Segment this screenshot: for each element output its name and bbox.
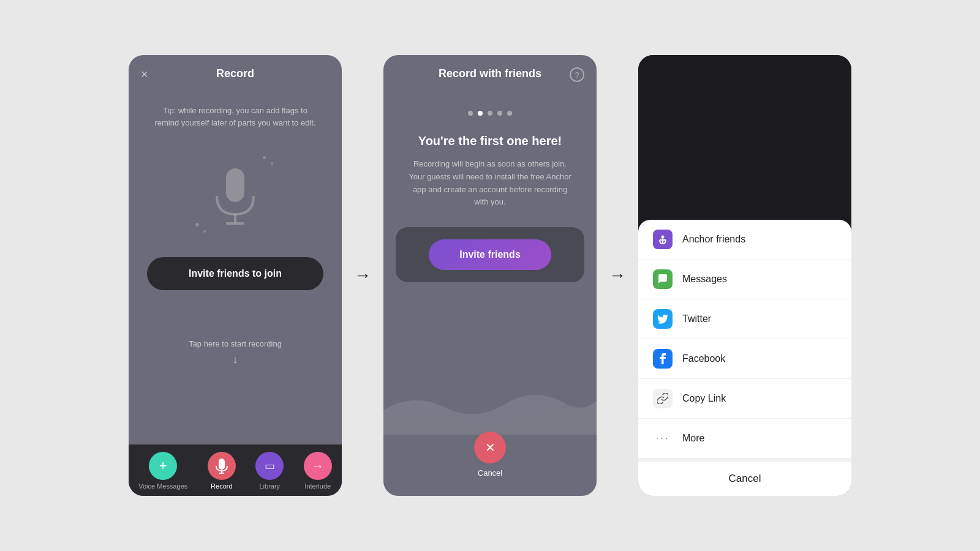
progress-dots — [383, 111, 597, 116]
nav-library[interactable]: ▭ Library — [255, 452, 284, 490]
screen2-header: Record with friends ? — [383, 55, 597, 86]
nav-voice-messages-label: Voice Messages — [138, 482, 187, 490]
deco-dot — [203, 230, 206, 233]
screen1-title: Record — [216, 67, 254, 80]
twitter-icon — [653, 309, 673, 329]
dot-2 — [478, 111, 483, 116]
library-icon: ▭ — [255, 452, 284, 480]
share-copy-link[interactable]: Copy Link — [638, 379, 851, 419]
record-icon — [208, 452, 236, 480]
nav-interlude[interactable]: → Interlude — [304, 452, 332, 490]
interlude-icon: → — [304, 452, 332, 480]
nav-record[interactable]: Record — [208, 452, 236, 490]
cancel-button-2[interactable]: ✕ — [474, 432, 506, 463]
screen-record: × Record Tip: while recording, you can a… — [129, 55, 342, 496]
wave-area — [383, 373, 597, 435]
main-layout: × Record Tip: while recording, you can a… — [61, 24, 919, 527]
share-sheet: Anchor friends Messages Twitter — [638, 220, 851, 496]
anchor-friends-icon — [653, 230, 673, 249]
dot-1 — [468, 111, 473, 116]
invite-area: Invite friends — [396, 227, 584, 282]
dot-4 — [497, 111, 502, 116]
dot-5 — [507, 111, 512, 116]
facebook-label: Facebook — [682, 353, 725, 364]
mic-background — [192, 153, 278, 239]
invite-friends-button-2[interactable]: Invite friends — [429, 239, 551, 270]
nav-interlude-label: Interlude — [304, 482, 331, 490]
cancel-button-3[interactable]: Cancel — [638, 458, 851, 496]
tap-hint-text: Tap here to start recording — [129, 339, 342, 348]
close-button[interactable]: × — [141, 67, 148, 81]
svg-rect-3 — [219, 459, 225, 470]
share-anchor-friends[interactable]: Anchor friends — [638, 220, 851, 260]
dot-3 — [488, 111, 492, 116]
deco-dot — [195, 223, 199, 227]
copy-link-icon — [653, 389, 673, 408]
description-text: Recording will begin as soon as others j… — [383, 158, 597, 209]
mic-area — [129, 141, 342, 257]
first-one-text: You're the first one here! — [383, 134, 597, 148]
bottom-navigation: + Voice Messages Record ▭ — [129, 444, 342, 496]
more-icon: ··· — [653, 429, 673, 448]
messages-label: Messages — [682, 274, 727, 285]
microphone-icon — [208, 162, 263, 230]
nav-record-label: Record — [211, 482, 232, 490]
share-more[interactable]: ··· More — [638, 419, 851, 458]
tip-text: Tip: while recording, you can add flags … — [129, 86, 342, 141]
more-label: More — [682, 433, 704, 444]
anchor-friends-label: Anchor friends — [682, 234, 745, 245]
wave-svg — [383, 373, 597, 435]
twitter-label: Twitter — [682, 313, 711, 324]
deco-dot — [263, 156, 266, 159]
share-twitter[interactable]: Twitter — [638, 299, 851, 339]
deco-dot — [271, 162, 273, 165]
svg-point-6 — [662, 236, 665, 239]
arrow-1: → — [354, 266, 371, 285]
screen2-title: Record with friends — [439, 67, 541, 80]
facebook-icon — [653, 349, 673, 369]
nav-voice-messages[interactable]: + Voice Messages — [138, 452, 187, 490]
copy-link-label: Copy Link — [682, 393, 726, 404]
share-messages[interactable]: Messages — [638, 260, 851, 299]
voice-messages-icon: + — [149, 452, 177, 480]
screen-record-with-friends: Record with friends ? You're the first o… — [383, 55, 597, 496]
screen-share: Anchor friends Messages Twitter — [638, 55, 851, 496]
cancel-x-icon: ✕ — [485, 440, 496, 455]
nav-library-label: Library — [259, 482, 280, 490]
cancel-area: ✕ Cancel — [383, 432, 597, 478]
tap-arrow-icon: ↓ — [129, 353, 342, 366]
messages-icon — [653, 269, 673, 289]
invite-friends-button[interactable]: Invite friends to join — [147, 257, 323, 290]
cancel-label: Cancel — [478, 468, 502, 478]
share-facebook[interactable]: Facebook — [638, 339, 851, 379]
svg-rect-0 — [226, 168, 244, 202]
screen1-header: × Record — [129, 55, 342, 86]
help-button[interactable]: ? — [570, 67, 584, 82]
arrow-2: → — [609, 266, 626, 285]
